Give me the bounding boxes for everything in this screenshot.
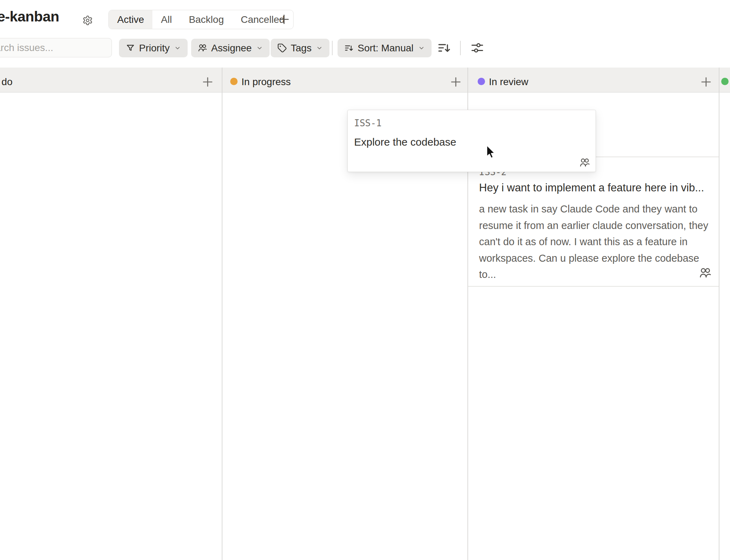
issue-card-title[interactable]: Hey i want to implement a feature here i… [479, 182, 712, 194]
sliders-icon[interactable] [470, 41, 484, 55]
kanban-app: e-kanban Active All Backlog Cancelled Pr… [0, 0, 730, 560]
priority-filter-button[interactable]: Priority [119, 39, 188, 57]
card-separator [468, 286, 719, 287]
issue-card-description: a new task in say Claude Code and they w… [479, 201, 716, 283]
tags-filter-label: Tags [291, 43, 311, 54]
users-icon [198, 43, 207, 53]
chevron-down-icon [316, 45, 323, 51]
toolbar-divider [460, 41, 461, 55]
column-title-todo: To do [0, 76, 13, 88]
tab-active[interactable]: Active [109, 10, 152, 29]
issue-id: ISS-1 [354, 118, 382, 128]
mouse-cursor [486, 145, 498, 161]
view-tabs: Active All Backlog Cancelled [108, 10, 294, 29]
issue-card-title: Explore the codebase [354, 136, 456, 148]
status-dot [478, 78, 485, 85]
search-input[interactable] [0, 38, 112, 57]
assignee-filter-label: Assignee [211, 43, 252, 54]
tab-backlog[interactable]: Backlog [180, 10, 232, 29]
column-header-band [0, 68, 730, 93]
funnel-icon [126, 43, 135, 53]
tag-icon [277, 43, 287, 53]
column-divider [719, 68, 719, 560]
chevron-down-icon [174, 45, 181, 51]
sort-button[interactable]: Sort: Manual [338, 39, 432, 57]
gear-icon[interactable] [82, 15, 93, 26]
drag-preview-card[interactable]: ISS-1 Explore the codebase [347, 110, 596, 172]
status-dot [230, 78, 238, 85]
users-icon [699, 267, 712, 279]
sort-label: Sort: Manual [358, 43, 414, 54]
users-icon [579, 157, 590, 168]
sort-descending-icon [344, 43, 354, 53]
tags-filter-button[interactable]: Tags [271, 39, 329, 57]
status-dot [721, 78, 729, 85]
plus-icon[interactable] [449, 76, 462, 88]
page-title: e-kanban [0, 8, 59, 25]
column-title-in-progress: In progress [241, 76, 291, 88]
plus-icon[interactable] [700, 76, 712, 88]
tab-all[interactable]: All [152, 10, 180, 29]
column-divider [222, 68, 222, 560]
sort-descending-icon[interactable] [437, 41, 451, 55]
chevron-down-icon [418, 45, 425, 51]
chevron-down-icon [256, 45, 263, 51]
plus-icon[interactable] [201, 76, 214, 88]
assignee-filter-button[interactable]: Assignee [191, 39, 270, 57]
column-title-in-review: In review [489, 76, 528, 88]
toolbar-divider [332, 41, 333, 55]
priority-filter-label: Priority [139, 43, 170, 54]
plus-icon[interactable] [278, 13, 290, 26]
